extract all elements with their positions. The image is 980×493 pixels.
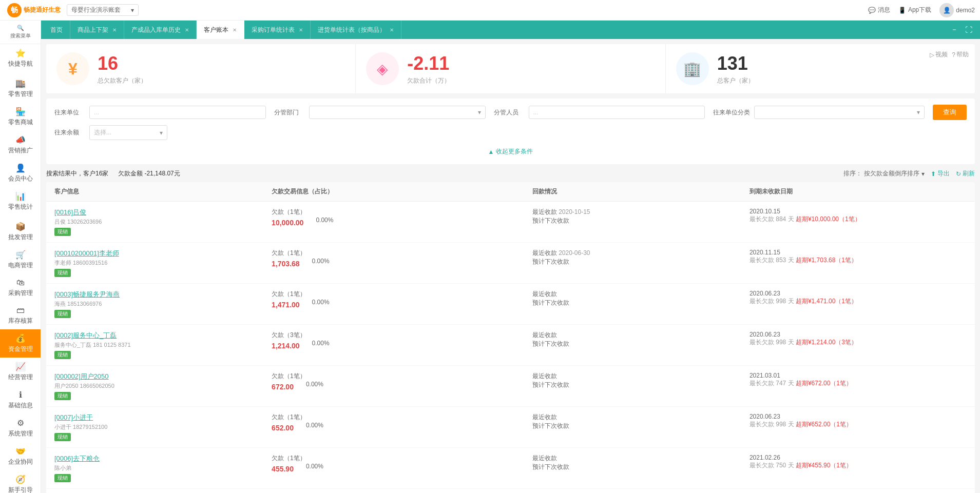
stat-icon-debt-customers: ¥	[56, 52, 89, 85]
overdue-amount-3[interactable]: 超期¥1,214.00（3笔）	[796, 339, 857, 346]
user-menu[interactable]: 👤 demo2	[939, 3, 975, 17]
debt-desc-2: 欠款（1笔）	[272, 290, 532, 299]
retail-stat-icon: 📊	[15, 191, 26, 201]
debt-percent-1: 0.00%	[312, 258, 330, 265]
video-btn[interactable]: ▷ 视频	[930, 50, 948, 59]
customer-name-0[interactable]: [0016]吕俊	[54, 208, 272, 217]
sidebar-item-batch-mgmt[interactable]: 📦 批发管理	[0, 218, 41, 246]
help-btn[interactable]: ? 帮助	[952, 50, 969, 59]
customer-tag-4: 现销	[54, 392, 71, 400]
filter-unit-category-select[interactable]: ▾	[754, 106, 925, 119]
sidebar-item-quick-nav[interactable]: ⭐ 快捷导航	[0, 44, 41, 72]
member-icon: 👤	[15, 163, 26, 173]
sidebar-item-system[interactable]: ⚙ 系统管理	[0, 414, 41, 442]
enterprise-icon: 🤝	[15, 446, 26, 456]
collect-info-2: 最近收款	[532, 290, 750, 299]
sidebar-item-ecom-mgmt[interactable]: 🛒 电商管理	[0, 246, 41, 274]
overdue-amount-2[interactable]: 超期¥1,471.00（1笔）	[796, 298, 857, 305]
filter-person-input[interactable]: ...	[529, 106, 705, 119]
customer-tag-0: 现销	[54, 228, 71, 236]
collect-cell-5: 最近收款 预计下次收款	[532, 413, 750, 430]
customer-name-5[interactable]: [0007]小进干	[54, 413, 272, 422]
debt-amount-1: 1,703.68	[272, 260, 300, 268]
overdue-amount-5[interactable]: 超期¥652.00（1笔）	[796, 421, 852, 428]
company-selector[interactable]: 母婴行业演示账套 ▾	[67, 4, 139, 16]
sidebar-item-retail-stat[interactable]: 📊 零售统计	[0, 187, 41, 215]
stat-card-debt-customers: ¥ 16 总欠款客户（家）	[46, 44, 356, 93]
customer-name-2[interactable]: [0003]畅捷服务尹海燕	[54, 290, 272, 299]
debt-amount-cell-2: 1,471.00 0.00%	[272, 299, 532, 309]
customer-name-6[interactable]: [0006]去下粮仓	[54, 454, 272, 463]
sidebar-item-operation[interactable]: 📈 经营管理	[0, 358, 41, 386]
debt-cell-0: 欠款（1笔） 10,000.00 0.00%	[272, 208, 532, 227]
filter-dept-label: 分管部门	[274, 108, 305, 117]
overdue-amount-6[interactable]: 超期¥455.90（1笔）	[796, 462, 852, 469]
tab-import-stat-close[interactable]: ✕	[390, 27, 394, 33]
tab-purchase-order-close[interactable]: ✕	[299, 27, 303, 33]
main-layout: 🔍 搜索菜单 ⭐ 快捷导航 🏬 零售管理 🏪 零售商城 📣 营销推广 👤	[0, 21, 980, 493]
tabs-minimize-btn[interactable]: －	[949, 25, 959, 35]
col-header-debt: 欠款交易信息（占比）	[272, 187, 532, 196]
debt-cell-4: 欠款（1笔） 672.00 0.00%	[272, 372, 532, 391]
due-cell-0: 2020.10.15 最长欠款 884 天 超期¥10,000.00（1笔）	[750, 208, 967, 224]
tab-goods-shelf-close[interactable]: ✕	[112, 27, 117, 33]
sidebar-item-inventory[interactable]: 🗃 库存核算	[0, 302, 41, 329]
tab-product-history[interactable]: 产成品入库单历史 ✕	[124, 21, 197, 39]
stats-row: ¥ 16 总欠款客户（家） ◈ -2.11 欠款合计（万）	[46, 44, 975, 93]
sidebar-search[interactable]: 🔍 搜索菜单	[0, 21, 41, 44]
sidebar-item-guide[interactable]: 🧭 新手引导	[0, 470, 41, 493]
sidebar: 🔍 搜索菜单 ⭐ 快捷导航 🏬 零售管理 🏪 零售商城 📣 营销推广 👤	[0, 21, 41, 493]
retail-store-icon: 🏪	[15, 107, 26, 116]
tab-customer-account-close[interactable]: ✕	[233, 27, 237, 33]
tab-goods-shelf[interactable]: 商品上下架 ✕	[70, 21, 124, 39]
stat-info-total-debt: -2.11 欠款合计（万）	[407, 52, 450, 85]
col-header-collect: 回款情况	[532, 187, 750, 196]
customer-cell-3: [0002]服务中心_丁磊 服务中心_丁磊 181 0125 8371 现销	[54, 331, 272, 359]
collapse-btn[interactable]: ▲ 收起更多条件	[54, 145, 967, 158]
customer-name-3[interactable]: [0002]服务中心_丁磊	[54, 331, 272, 340]
overdue-amount-4[interactable]: 超期¥672.00（1笔）	[796, 380, 852, 387]
next-collect-1: 预计下次收款	[532, 258, 750, 266]
tab-purchase-order[interactable]: 采购订单统计表 ✕	[244, 21, 311, 39]
dept-arrow-icon: ▾	[478, 109, 481, 116]
due-date-1: 2020.11.15	[750, 249, 967, 256]
filter-dept-select[interactable]: ▾	[309, 106, 486, 119]
sidebar-item-finance[interactable]: 💰 资金管理	[0, 329, 41, 358]
filter-dept: 分管部门 ▾	[274, 106, 486, 119]
tab-home[interactable]: 首页	[43, 21, 70, 39]
collapse-icon: ▲	[488, 148, 494, 155]
next-collect-5: 预计下次收款	[532, 422, 750, 430]
sidebar-item-marketing[interactable]: 📣 营销推广	[0, 131, 41, 159]
filter-balance-select[interactable]: 选择... ▾	[89, 125, 167, 140]
sidebar-item-retail-store[interactable]: 🏪 零售商城	[0, 103, 41, 131]
sidebar-item-member[interactable]: 👤 会员中心	[0, 159, 41, 187]
tabs-maximize-btn[interactable]: ⛶	[964, 25, 974, 35]
overdue-days-2: 最长欠款 998 天 超期¥1,471.00（1笔）	[750, 297, 967, 306]
search-button[interactable]: 查询	[933, 105, 967, 120]
overdue-amount-0[interactable]: 超期¥10,000.00（1笔）	[796, 215, 861, 223]
tab-import-stat[interactable]: 进货单统计表（按商品） ✕	[311, 21, 401, 39]
refresh-btn[interactable]: ↻ 刷新	[956, 169, 975, 178]
overdue-amount-1[interactable]: 超期¥1,703.68（1笔）	[796, 257, 857, 264]
sidebar-item-basic-info[interactable]: ℹ 基础信息	[0, 386, 41, 414]
next-collect-4: 预计下次收款	[532, 381, 750, 389]
sort-select[interactable]: 排序： 按欠款金额倒序排序 ▾	[843, 169, 925, 178]
customer-name-4[interactable]: [000002]用户2050	[54, 372, 272, 381]
filter-source-unit-input[interactable]: ...	[89, 106, 266, 119]
filter-source-unit-label: 往来单位	[54, 108, 85, 117]
tab-product-history-close[interactable]: ✕	[185, 27, 189, 33]
export-btn[interactable]: ⬆ 导出	[931, 169, 950, 178]
debt-cell-5: 欠款（1笔） 652.00 0.00%	[272, 413, 532, 432]
sidebar-item-retail-mgmt[interactable]: 🏬 零售管理	[0, 74, 41, 103]
debt-amount-4: 672.00	[272, 383, 294, 391]
customer-cell-2: [0003]畅捷服务尹海燕 海燕 18513066976 现销	[54, 290, 272, 318]
sidebar-item-enterprise[interactable]: 🤝 企业协同	[0, 442, 41, 470]
customer-name-1[interactable]: [00010200001]李老师	[54, 249, 272, 258]
message-btn[interactable]: 💬 消息	[868, 6, 890, 14]
debt-cell-2: 欠款（1笔） 1,471.00 0.00%	[272, 290, 532, 309]
app-download-btn[interactable]: 📱 App下载	[898, 6, 931, 14]
sidebar-item-purchase-mgmt[interactable]: 🛍 采购管理	[0, 274, 41, 302]
tab-customer-account[interactable]: 客户账本 ✕	[197, 21, 244, 39]
collect-cell-2: 最近收款 预计下次收款	[532, 290, 750, 307]
customer-cell-4: [000002]用户2050 用户2050 18665062050 现销	[54, 372, 272, 400]
